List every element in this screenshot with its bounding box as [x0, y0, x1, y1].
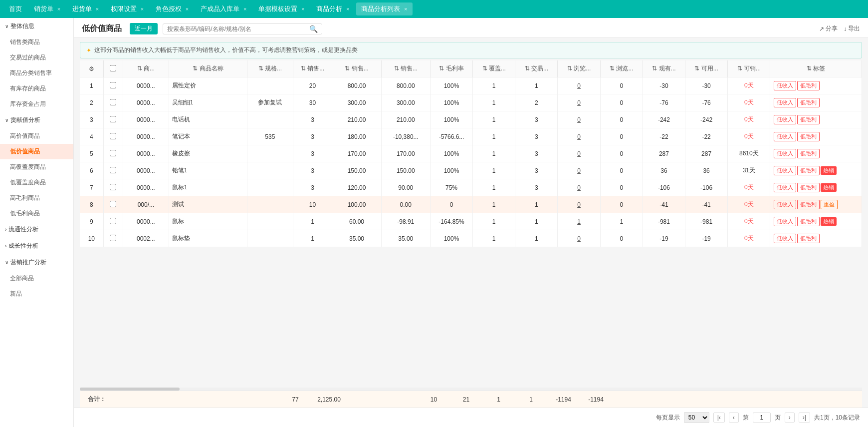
browse-link[interactable]: 1 — [577, 218, 581, 225]
nav-close-permission[interactable]: × — [141, 6, 144, 12]
nav-close-role[interactable]: × — [186, 6, 189, 12]
sidebar-item-low-margin[interactable]: 低毛利商品 — [0, 206, 73, 221]
nav-product-entry[interactable]: 产成品入库单 × — [196, 2, 251, 15]
td-check[interactable] — [103, 94, 123, 111]
first-page-button[interactable]: |‹ — [713, 413, 725, 423]
td-check[interactable] — [103, 196, 123, 213]
sidebar-section-liquidity[interactable]: › 流通性分析 — [0, 221, 73, 238]
th-trade[interactable]: ⇅ 交易... — [515, 60, 558, 77]
nav-close-sales[interactable]: × — [57, 6, 60, 12]
th-cover[interactable]: ⇅ 覆盖... — [473, 60, 515, 77]
nav-close-analysis-list[interactable]: × — [404, 6, 407, 12]
sidebar-item-new-products[interactable]: 新品 — [0, 286, 73, 302]
row-checkbox[interactable] — [110, 82, 116, 88]
browse-link[interactable]: 0 — [577, 116, 581, 123]
nav-purchase-order[interactable]: 进货单 × — [67, 2, 104, 15]
th-name[interactable]: ⇅ 商品名称 — [169, 60, 247, 77]
td-check[interactable] — [103, 179, 123, 196]
nav-close-analysis[interactable]: × — [346, 6, 349, 12]
th-spec[interactable]: ⇅ 规格... — [247, 60, 293, 77]
page-number-input[interactable] — [753, 413, 771, 423]
nav-role-auth[interactable]: 角色授权 × — [151, 2, 194, 15]
th-stock1[interactable]: ⇅ 现有... — [643, 60, 685, 77]
sidebar-section-growth[interactable]: › 成长性分析 — [0, 238, 73, 254]
nav-permission[interactable]: 权限设置 × — [106, 2, 149, 15]
browse-link[interactable]: 0 — [577, 99, 581, 106]
page-size-select[interactable]: 50 100 200 — [684, 412, 709, 423]
th-code[interactable]: ⇅ 商... — [123, 60, 169, 77]
last-page-button[interactable]: ›| — [799, 413, 810, 423]
sidebar-item-traded-products[interactable]: 交易过的商品 — [0, 50, 73, 65]
sidebar-section-marketing[interactable]: ∨ 营销推广分析 — [0, 254, 73, 271]
row-checkbox[interactable] — [110, 235, 116, 241]
td-check[interactable] — [103, 145, 123, 162]
search-icon[interactable]: 🔍 — [309, 25, 318, 33]
sidebar-section-overall[interactable]: ∨ 整体信息 — [0, 18, 73, 34]
nav-close-product[interactable]: × — [243, 6, 246, 12]
sidebar-item-high-value[interactable]: 高价值商品 — [0, 128, 73, 144]
export-button[interactable]: ↓ 导出 — [844, 24, 860, 33]
row-checkbox[interactable] — [110, 150, 116, 156]
browse-link[interactable]: 0 — [577, 167, 581, 174]
nav-product-analysis[interactable]: 商品分析 × — [311, 2, 354, 15]
sort-icon-stock2: ⇅ — [694, 65, 699, 72]
th-sellable[interactable]: ⇅ 可销... — [728, 60, 770, 77]
sidebar-item-capital[interactable]: 库存资金占用 — [0, 96, 73, 112]
browse-link[interactable]: 0 — [577, 201, 581, 208]
sidebar-item-all-products[interactable]: 全部商品 — [0, 271, 73, 286]
nav-template-setting[interactable]: 单据模板设置 × — [253, 2, 309, 15]
th-browse1[interactable]: ⇅ 浏览... — [558, 60, 600, 77]
td-trade: 3 — [515, 162, 558, 179]
row-checkbox[interactable] — [110, 201, 116, 207]
th-sales-qty[interactable]: ⇅ 销售... — [293, 60, 332, 77]
row-checkbox[interactable] — [110, 116, 116, 122]
time-filter-button[interactable]: 近一月 — [130, 23, 158, 34]
row-checkbox[interactable] — [110, 184, 116, 190]
share-button[interactable]: ↗ 分享 — [819, 24, 838, 33]
nav-home[interactable]: 首页 — [4, 2, 27, 15]
browse-link[interactable]: 0 — [577, 184, 581, 191]
th-settings[interactable]: ⚙ — [80, 60, 103, 77]
nav-analysis-list[interactable]: 商品分析列表 × — [356, 2, 412, 15]
prev-page-button[interactable]: ‹ — [729, 413, 739, 423]
td-check[interactable] — [103, 128, 123, 145]
sidebar-section-contribution[interactable]: ∨ 贡献值分析 — [0, 112, 73, 128]
td-check[interactable] — [103, 111, 123, 128]
browse-link[interactable]: 0 — [577, 150, 581, 157]
browse-link[interactable]: 0 — [577, 82, 581, 89]
row-checkbox[interactable] — [110, 167, 116, 173]
row-checkbox[interactable] — [110, 218, 116, 224]
td-check[interactable] — [103, 77, 123, 94]
row-checkbox[interactable] — [110, 133, 116, 139]
sidebar-item-high-coverage[interactable]: 高覆盖度商品 — [0, 159, 73, 175]
star-icon: ✦ — [86, 47, 91, 54]
section-title-overall: 整体信息 — [10, 22, 34, 30]
sidebar-item-low-value[interactable]: 低价值商品 — [0, 144, 73, 159]
td-check[interactable] — [103, 213, 123, 230]
sidebar-item-high-margin[interactable]: 高毛利商品 — [0, 190, 73, 206]
sort-icon-stock1: ⇅ — [652, 65, 657, 72]
browse-link[interactable]: 0 — [577, 235, 581, 242]
th-sales-cost[interactable]: ⇅ 销售... — [381, 60, 430, 77]
nav-sales-order[interactable]: 销货单 × — [29, 2, 65, 15]
search-input[interactable] — [167, 25, 309, 32]
th-tags[interactable]: ⇅ 标签 — [770, 60, 862, 77]
select-all-checkbox[interactable] — [110, 65, 116, 71]
td-sales-amt: 35.00 — [332, 230, 381, 247]
th-margin[interactable]: ⇅ 毛利率 — [430, 60, 472, 77]
row-checkbox[interactable] — [110, 99, 116, 105]
sidebar-item-stock-products[interactable]: 有库存的商品 — [0, 81, 73, 96]
sidebar-item-category-rate[interactable]: 商品分类销售率 — [0, 65, 73, 81]
th-sales-amt[interactable]: ⇅ 销售... — [332, 60, 381, 77]
th-check[interactable] — [103, 60, 123, 77]
td-check[interactable] — [103, 230, 123, 247]
td-check[interactable] — [103, 162, 123, 179]
nav-close-purchase[interactable]: × — [96, 6, 99, 12]
nav-close-template[interactable]: × — [301, 6, 304, 12]
th-stock2[interactable]: ⇅ 可用... — [685, 60, 728, 77]
th-browse2[interactable]: ⇅ 浏览... — [600, 60, 643, 77]
sidebar-item-sales-products[interactable]: 销售类商品 — [0, 34, 73, 50]
next-page-button[interactable]: › — [785, 413, 795, 423]
browse-link[interactable]: 0 — [577, 133, 581, 140]
sidebar-item-low-coverage[interactable]: 低覆盖度商品 — [0, 175, 73, 190]
